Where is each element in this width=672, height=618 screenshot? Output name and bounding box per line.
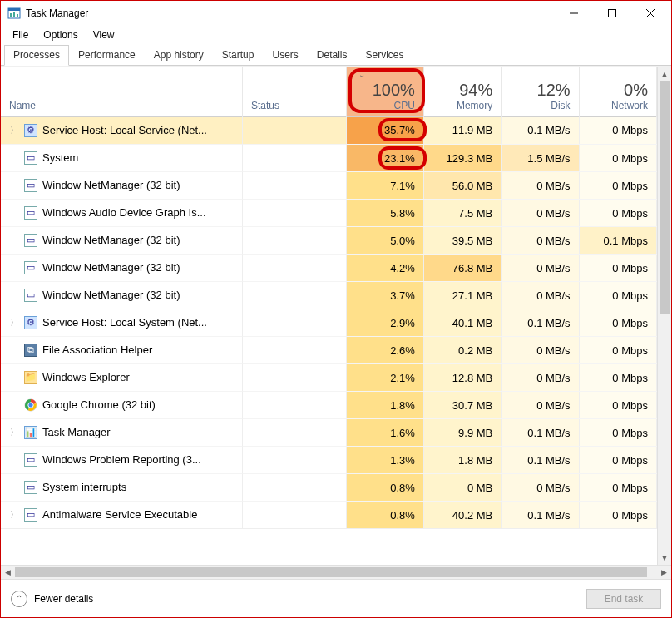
cpu-cell: 1.3% — [346, 447, 423, 474]
memory-cell: 76.8 MB — [423, 255, 501, 282]
window-title: Task Manager — [26, 7, 88, 19]
col-network[interactable]: 0% Network — [579, 67, 656, 116]
disk-cell: 0.1 MB/s — [502, 116, 579, 145]
process-name-cell[interactable]: ▭System interrupts — [1, 474, 243, 502]
table-row[interactable]: 〉📊Task Manager1.6%9.9 MB0.1 MB/s0 Mbps — [1, 419, 657, 447]
network-cell: 0 Mbps — [579, 172, 656, 200]
process-name-cell[interactable]: ▭Window NetManager (32 bit) — [1, 255, 243, 282]
expand-icon[interactable]: 〉 — [9, 427, 19, 438]
fewer-details-label: Fewer details — [34, 593, 93, 605]
process-name: Service Host: Local Service (Net... — [42, 124, 207, 136]
process-name-cell[interactable]: 〉▭Antimalware Service Executable — [1, 502, 243, 529]
svg-rect-3 — [13, 12, 15, 17]
tab-users[interactable]: Users — [263, 45, 307, 65]
tab-details[interactable]: Details — [308, 45, 357, 65]
table-row[interactable]: ▭Window NetManager (32 bit)5.0%39.5 MB0 … — [1, 227, 657, 255]
table-row[interactable]: 〉▭Antimalware Service Executable0.8%40.2… — [1, 502, 657, 529]
table-row[interactable]: ⧉File Association Helper2.6%0.2 MB0 MB/s… — [1, 337, 657, 364]
process-name-cell[interactable]: ⧉File Association Helper — [1, 337, 243, 364]
col-status[interactable]: Status — [243, 67, 347, 116]
tab-performance[interactable]: Performance — [69, 45, 145, 65]
svg-rect-4 — [17, 14, 18, 17]
network-cell: 0 Mbps — [579, 474, 656, 502]
col-cpu[interactable]: ⌄ 100% CPU — [346, 67, 423, 116]
network-cell: 0 Mbps — [579, 282, 656, 309]
process-name: Google Chrome (32 bit) — [42, 398, 156, 411]
table-row[interactable]: ▭Window NetManager (32 bit)3.7%27.1 MB0 … — [1, 282, 657, 309]
tab-startup[interactable]: Startup — [213, 45, 264, 65]
table-row[interactable]: ▭Window NetManager (32 bit)4.2%76.8 MB0 … — [1, 255, 657, 282]
col-disk[interactable]: 12% Disk — [502, 67, 579, 116]
menu-file[interactable]: File — [6, 27, 35, 42]
memory-cell: 0 MB — [423, 474, 501, 502]
table-row[interactable]: ▭System23.1%129.3 MB1.5 MB/s0 Mbps — [1, 145, 657, 172]
scroll-right-icon[interactable]: ▶ — [657, 566, 671, 579]
table-row[interactable]: 📁Windows Explorer2.1%12.8 MB0 MB/s0 Mbps — [1, 364, 657, 392]
network-cell: 0.1 Mbps — [579, 227, 656, 255]
process-name-cell[interactable]: 〉⚙Service Host: Local Service (Net... — [1, 117, 243, 145]
cpu-cell: 5.8% — [346, 200, 423, 227]
process-name: Window NetManager (32 bit) — [42, 261, 180, 274]
scroll-thumb-v[interactable] — [660, 81, 670, 314]
table-row[interactable]: ▭Windows Audio Device Graph Is...5.8%7.5… — [1, 200, 657, 227]
network-cell: 0 Mbps — [579, 116, 656, 145]
expand-icon[interactable]: 〉 — [9, 317, 19, 329]
scroll-thumb-h[interactable] — [15, 567, 647, 577]
disk-cell: 0 MB/s — [502, 337, 579, 364]
table-row[interactable]: Google Chrome (32 bit)1.8%30.7 MB0 MB/s0… — [1, 392, 657, 419]
cpu-cell: 35.7% — [346, 116, 423, 145]
process-name-cell[interactable]: ▭Window NetManager (32 bit) — [1, 172, 243, 200]
process-icon: ⚙ — [24, 124, 37, 137]
process-name-cell[interactable]: Google Chrome (32 bit) — [1, 392, 243, 419]
process-icon: ▭ — [24, 151, 37, 165]
memory-cell: 56.0 MB — [423, 172, 501, 200]
process-name-cell[interactable]: ▭System — [1, 145, 243, 172]
network-cell: 0 Mbps — [579, 255, 656, 282]
scroll-left-icon[interactable]: ◀ — [1, 566, 15, 579]
menu-view[interactable]: View — [86, 27, 121, 42]
memory-cell: 129.3 MB — [423, 145, 501, 172]
process-name-cell[interactable]: ▭Windows Audio Device Graph Is... — [1, 200, 243, 227]
col-memory[interactable]: 94% Memory — [423, 67, 501, 116]
close-button[interactable] — [631, 1, 670, 26]
cpu-cell: 2.6% — [346, 337, 423, 364]
table-row[interactable]: ▭System interrupts0.8%0 MB0 MB/s0 Mbps — [1, 474, 657, 502]
expand-icon[interactable]: 〉 — [9, 125, 19, 136]
table-row[interactable]: 〉⚙Service Host: Local System (Net...2.9%… — [1, 309, 657, 337]
tab-app-history[interactable]: App history — [145, 45, 213, 65]
process-name: System interrupts — [42, 481, 126, 493]
expand-icon[interactable]: 〉 — [9, 509, 19, 521]
network-cell: 0 Mbps — [579, 419, 656, 447]
memory-cell: 40.1 MB — [423, 309, 501, 337]
process-name-cell[interactable]: 📁Windows Explorer — [1, 364, 243, 392]
process-name: Windows Explorer — [42, 371, 130, 383]
memory-cell: 39.5 MB — [423, 227, 501, 255]
table-row[interactable]: ▭Windows Problem Reporting (3...1.3%1.8 … — [1, 447, 657, 474]
col-name[interactable]: Name — [1, 67, 243, 116]
cpu-cell: 0.8% — [346, 474, 423, 502]
status-cell — [243, 200, 347, 227]
tab-processes[interactable]: Processes — [4, 45, 69, 66]
table-row[interactable]: 〉⚙Service Host: Local Service (Net...35.… — [1, 116, 657, 145]
tab-services[interactable]: Services — [357, 45, 413, 65]
minimize-button[interactable] — [555, 1, 593, 26]
maximize-button[interactable] — [593, 1, 631, 26]
svg-rect-2 — [10, 13, 12, 17]
process-name-cell[interactable]: 〉⚙Service Host: Local System (Net... — [1, 309, 243, 337]
vertical-scrollbar[interactable]: ▲ ▼ — [657, 67, 671, 565]
process-name-cell[interactable]: ▭Window NetManager (32 bit) — [1, 227, 243, 255]
disk-cell: 0 MB/s — [502, 474, 579, 502]
menu-options[interactable]: Options — [37, 27, 84, 42]
fewer-details-toggle[interactable]: ⌃ Fewer details — [11, 591, 93, 607]
memory-cell: 7.5 MB — [423, 200, 501, 227]
scroll-down-icon[interactable]: ▼ — [658, 551, 671, 565]
process-name-cell[interactable]: ▭Windows Problem Reporting (3... — [1, 447, 243, 474]
end-task-button[interactable]: End task — [586, 589, 661, 609]
scroll-up-icon[interactable]: ▲ — [658, 67, 671, 81]
process-name-cell[interactable]: ▭Window NetManager (32 bit) — [1, 282, 243, 309]
horizontal-scrollbar[interactable]: ◀ ▶ — [1, 565, 671, 579]
process-name-cell[interactable]: 〉📊Task Manager — [1, 419, 243, 447]
cpu-cell: 23.1% — [346, 145, 423, 172]
table-row[interactable]: ▭Window NetManager (32 bit)7.1%56.0 MB0 … — [1, 172, 657, 200]
disk-cell: 0.1 MB/s — [502, 309, 579, 337]
